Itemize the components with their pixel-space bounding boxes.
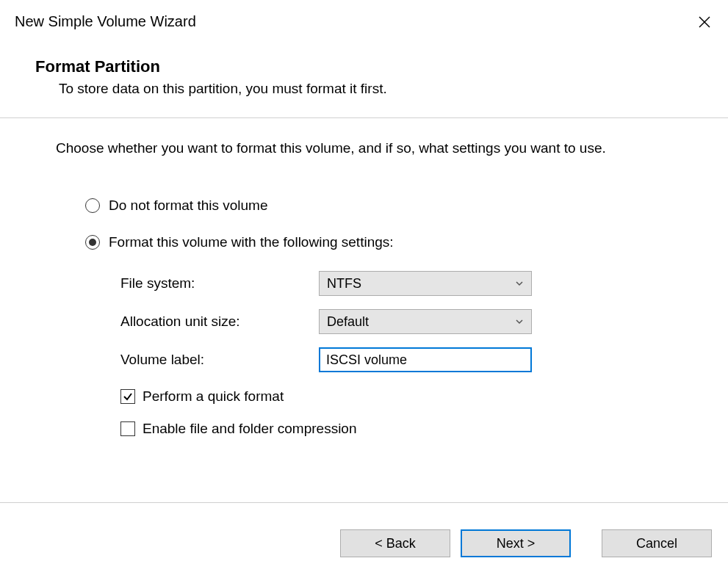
format-settings-grid: File system: NTFS Allocation unit size: …: [85, 271, 699, 437]
allocation-value: Default: [327, 314, 515, 330]
compression-label: Enable file and folder compression: [143, 421, 357, 437]
volume-label-input[interactable]: [319, 347, 532, 372]
titlebar: New Simple Volume Wizard: [0, 0, 728, 37]
header-block: Format Partition To store data on this p…: [0, 37, 728, 97]
back-button[interactable]: < Back: [340, 529, 450, 557]
button-spacer: [581, 529, 591, 557]
cancel-button[interactable]: Cancel: [602, 529, 712, 557]
close-icon: [698, 15, 711, 29]
footer-buttons: < Back Next > Cancel: [340, 529, 712, 557]
check-icon: [122, 391, 134, 402]
close-button[interactable]: [696, 13, 713, 31]
radio-format-with-label: Format this volume with the following se…: [109, 234, 394, 250]
radio-format-with-settings[interactable]: Format this volume with the following se…: [85, 234, 699, 250]
format-options: Do not format this volume Format this vo…: [56, 198, 699, 437]
radio-no-format[interactable]: Do not format this volume: [85, 198, 699, 214]
window-title: New Simple Volume Wizard: [15, 13, 196, 30]
intro-text: Choose whether you want to format this v…: [56, 140, 699, 156]
filesystem-label: File system:: [120, 275, 319, 292]
page-heading: Format Partition: [35, 57, 728, 76]
radio-no-format-label: Do not format this volume: [109, 198, 267, 214]
volume-label-row: Volume label:: [120, 347, 699, 372]
chevron-down-icon: [515, 317, 524, 326]
filesystem-select[interactable]: NTFS: [319, 271, 532, 296]
checkbox-icon: [120, 389, 135, 404]
filesystem-value: NTFS: [327, 276, 515, 292]
chevron-down-icon: [515, 279, 524, 288]
next-button[interactable]: Next >: [461, 529, 571, 557]
allocation-label: Allocation unit size:: [120, 314, 319, 330]
allocation-select[interactable]: Default: [319, 309, 532, 334]
footer-divider: [0, 502, 728, 503]
quick-format-label: Perform a quick format: [143, 388, 284, 405]
radio-icon: [85, 198, 100, 213]
filesystem-row: File system: NTFS: [120, 271, 699, 296]
quick-format-checkbox[interactable]: Perform a quick format: [120, 388, 699, 405]
compression-checkbox[interactable]: Enable file and folder compression: [120, 421, 699, 437]
allocation-row: Allocation unit size: Default: [120, 309, 699, 334]
radio-icon: [85, 235, 100, 250]
volume-label-label: Volume label:: [120, 352, 319, 368]
page-subheading: To store data on this partition, you mus…: [35, 81, 728, 97]
main-content: Choose whether you want to format this v…: [0, 118, 728, 437]
checkbox-icon: [120, 421, 135, 436]
